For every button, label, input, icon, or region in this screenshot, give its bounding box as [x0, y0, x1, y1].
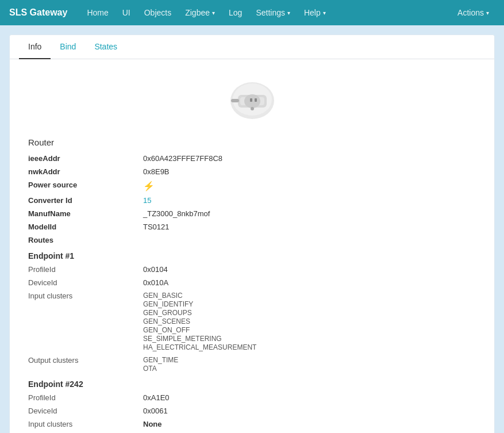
ep1-cluster-1: GEN_IDENTIFY — [143, 300, 256, 308]
ep242-profile-label: ProfileId — [28, 393, 143, 402]
svg-point-8 — [251, 107, 254, 110]
nav-ui[interactable]: UI — [117, 6, 136, 20]
ep1-device-label: DeviceId — [28, 278, 143, 287]
nav-help[interactable]: Help ▾ — [298, 6, 332, 20]
ep1-profile-value: 0x0104 — [143, 265, 168, 274]
ep1-cluster-3: GEN_SCENES — [143, 317, 256, 325]
converter-id-label: Converter Id — [28, 196, 143, 205]
settings-caret-icon: ▾ — [287, 10, 290, 16]
svg-rect-5 — [250, 98, 252, 102]
ep242-input-clusters-row: Input clusters None — [28, 417, 476, 431]
ep1-cluster-6: HA_ELECTRICAL_MEASUREMENT — [143, 343, 256, 351]
model-id-row: ModelId TS0121 — [28, 220, 476, 233]
ep1-input-clusters-label: Input clusters — [28, 292, 143, 300]
ep1-input-clusters-list: GEN_BASIC GEN_IDENTIFY GEN_GROUPS GEN_SC… — [143, 292, 256, 351]
manuf-name-value: _TZ3000_8nkb7mof — [143, 209, 210, 218]
nav-log[interactable]: Log — [223, 6, 248, 20]
nwk-addr-value: 0x8E9B — [143, 167, 170, 176]
ep242-device-row: DeviceId 0x0061 — [28, 404, 476, 417]
ep1-device-row: DeviceId 0x010A — [28, 276, 476, 289]
ep1-cluster-4: GEN_ON_OFF — [143, 326, 256, 334]
ep1-profile-row: ProfileId 0x0104 — [28, 263, 476, 276]
ep1-input-clusters-row: Input clusters GEN_BASIC GEN_IDENTIFY GE… — [28, 289, 476, 354]
model-id-value: TS0121 — [143, 223, 170, 231]
tab-info[interactable]: Info — [19, 35, 51, 59]
ep1-cluster-0: GEN_BASIC — [143, 292, 256, 300]
device-card: Info Bind States — [9, 35, 495, 433]
ieee-addr-value: 0x60A423FFFE7FF8C8 — [143, 154, 222, 163]
endpoint242-header: Endpoint #242 — [28, 375, 476, 391]
zigbee-caret-icon: ▾ — [212, 10, 215, 16]
routes-row: Routes — [28, 233, 476, 247]
ieee-addr-label: ieeeAddr — [28, 154, 143, 163]
ep242-output-clusters-row: Output clusters GREEN_POWER_PROXY — [28, 431, 476, 433]
svg-rect-7 — [231, 99, 239, 102]
help-caret-icon: ▾ — [323, 10, 326, 16]
tabs-container: Info Bind States — [10, 35, 494, 59]
brand[interactable]: SLS Gateway — [9, 7, 67, 18]
converter-id-row: Converter Id 15 — [28, 194, 476, 207]
main-area: Info Bind States — [0, 25, 504, 433]
navbar: SLS Gateway Home UI Objects Zigbee ▾ Log… — [0, 0, 504, 25]
power-source-row: Power source ⚡ — [28, 178, 476, 194]
ep1-output-clusters-row: Output clusters GEN_TIME OTA — [28, 354, 476, 375]
power-source-value: ⚡ — [143, 181, 155, 191]
converter-id-value[interactable]: 15 — [143, 196, 151, 205]
nav-zigbee[interactable]: Zigbee ▾ — [179, 6, 221, 20]
ep1-output-clusters-list: GEN_TIME OTA — [143, 356, 178, 373]
power-source-label: Power source — [28, 181, 143, 189]
device-info-content: Router ieeeAddr 0x60A423FFFE7FF8C8 nwkAd… — [10, 59, 494, 433]
device-image — [226, 78, 278, 124]
nwk-addr-label: nwkAddr — [28, 167, 143, 176]
tab-states[interactable]: States — [85, 35, 126, 59]
nav-home[interactable]: Home — [81, 6, 114, 20]
ep1-cluster-5: SE_SIMPLE_METERING — [143, 335, 256, 343]
ep1-device-value: 0x010A — [143, 278, 168, 287]
nav-links: Home UI Objects Zigbee ▾ Log Settings ▾ … — [81, 6, 452, 20]
device-image-container — [28, 68, 476, 137]
ep242-profile-row: ProfileId 0xA1E0 — [28, 391, 476, 404]
ep1-profile-label: ProfileId — [28, 265, 143, 274]
nav-actions-container: Actions ▾ — [452, 6, 495, 20]
ep1-cluster-2: GEN_GROUPS — [143, 309, 256, 317]
svg-rect-6 — [255, 98, 257, 102]
nav-settings[interactable]: Settings ▾ — [250, 6, 296, 20]
ep242-device-label: DeviceId — [28, 407, 143, 415]
ep242-profile-value: 0xA1E0 — [143, 393, 170, 402]
ep1-out-cluster-0: GEN_TIME — [143, 356, 178, 364]
endpoint1-header: Endpoint #1 — [28, 247, 476, 263]
nav-actions[interactable]: Actions ▾ — [452, 6, 495, 20]
routes-label: Routes — [28, 236, 143, 244]
actions-caret-icon: ▾ — [486, 10, 489, 16]
tab-bind[interactable]: Bind — [51, 35, 85, 59]
ieee-addr-row: ieeeAddr 0x60A423FFFE7FF8C8 — [28, 152, 476, 165]
manuf-name-label: ManufName — [28, 209, 143, 218]
ep242-input-clusters-label: Input clusters — [28, 420, 143, 428]
nwk-addr-row: nwkAddr 0x8E9B — [28, 165, 476, 178]
ep242-input-clusters-value: None — [143, 420, 162, 428]
manuf-name-row: ManufName _TZ3000_8nkb7mof — [28, 207, 476, 220]
ep242-device-value: 0x0061 — [143, 407, 168, 415]
nav-objects[interactable]: Objects — [138, 6, 177, 20]
ep1-output-clusters-label: Output clusters — [28, 356, 143, 365]
ep1-out-cluster-1: OTA — [143, 365, 178, 373]
model-id-label: ModelId — [28, 223, 143, 231]
device-type: Router — [28, 137, 476, 147]
device-type-section: Router — [28, 137, 476, 147]
